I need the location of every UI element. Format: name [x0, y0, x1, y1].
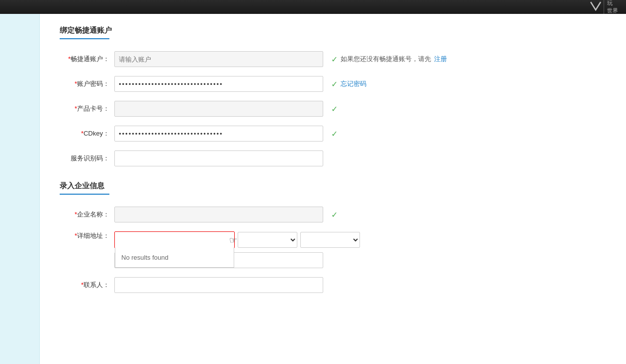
service-row: 服务识别码： — [60, 150, 606, 166]
cdkey-hint: ✓ — [331, 129, 338, 139]
section1-underline — [60, 38, 109, 39]
password-row: *账户密码： ✓ 忘记密码 — [60, 76, 606, 92]
password-check-icon: ✓ — [331, 79, 338, 89]
product-hint: ✓ — [331, 104, 338, 114]
cdkey-input[interactable] — [114, 126, 323, 142]
logo-icon — [590, 1, 602, 13]
address-select2[interactable] — [300, 232, 360, 248]
address-label: *详细地址： — [60, 231, 114, 240]
logo-area: 玩世界 — [590, 0, 618, 14]
account-row: *畅捷通账户： ✓ 如果您还没有畅捷通账号，请先 注册 — [60, 51, 606, 67]
address-input-wrapper: No results found ☞ — [114, 231, 235, 248]
password-label: *账户密码： — [60, 79, 114, 88]
company-hint: ✓ — [331, 210, 338, 219]
contact-label: *联系人： — [60, 281, 114, 290]
address-row: *详细地址： No results found ☞ — [60, 231, 606, 268]
contact-input[interactable] — [114, 277, 323, 293]
address-select1[interactable] — [238, 232, 297, 248]
company-input[interactable] — [114, 207, 323, 222]
company-check-icon: ✓ — [331, 210, 338, 219]
cdkey-row: *CDkey： ✓ — [60, 126, 606, 142]
account-input[interactable] — [114, 51, 323, 67]
address-text-input[interactable] — [115, 232, 234, 248]
contact-row: *联系人： — [60, 277, 606, 293]
section2-title: 录入企业信息 — [60, 181, 606, 191]
main-content: 绑定畅捷通账户 *畅捷通账户： ✓ 如果您还没有畅捷通账号，请先 注册 *账户密… — [40, 14, 626, 364]
account-label: *畅捷通账户： — [60, 55, 114, 64]
bind-account-section: 绑定畅捷通账户 *畅捷通账户： ✓ 如果您还没有畅捷通账号，请先 注册 *账户密… — [60, 26, 606, 166]
account-hint: ✓ 如果您还没有畅捷通账号，请先 注册 — [331, 55, 447, 64]
service-input[interactable] — [114, 150, 323, 166]
service-label: 服务识别码： — [60, 154, 114, 163]
sidebar — [0, 14, 40, 364]
product-input[interactable] — [114, 101, 323, 117]
cdkey-label: *CDkey： — [60, 129, 114, 138]
cdkey-check-icon: ✓ — [331, 129, 338, 139]
top-bar: 玩世界 — [0, 0, 626, 14]
product-check-icon: ✓ — [331, 104, 338, 114]
section1-title: 绑定畅捷通账户 — [60, 26, 606, 35]
address-full-row: No results found ☞ — [114, 231, 360, 268]
product-row: *产品卡号： ✓ — [60, 101, 606, 117]
company-label: *企业名称： — [60, 210, 114, 219]
password-hint: ✓ 忘记密码 — [331, 79, 366, 89]
company-info-section: 录入企业信息 *企业名称： ✓ *详细地址： — [60, 181, 606, 293]
address-line1: No results found ☞ — [114, 231, 360, 248]
product-label: *产品卡号： — [60, 104, 114, 113]
forget-password-link[interactable]: 忘记密码 — [341, 79, 366, 88]
section2-underline — [60, 194, 109, 195]
logo-text: 玩世界 — [604, 0, 618, 14]
address-dropdown: No results found — [115, 248, 234, 268]
main-layout: 绑定畅捷通账户 *畅捷通账户： ✓ 如果您还没有畅捷通账号，请先 注册 *账户密… — [0, 14, 626, 364]
register-hint-text: 如果您还没有畅捷通账号，请先 — [341, 55, 431, 64]
company-row: *企业名称： ✓ — [60, 207, 606, 222]
no-results-text: No results found — [121, 252, 228, 263]
account-check-icon: ✓ — [331, 55, 338, 64]
register-link[interactable]: 注册 — [434, 55, 447, 64]
password-input[interactable] — [114, 76, 323, 92]
